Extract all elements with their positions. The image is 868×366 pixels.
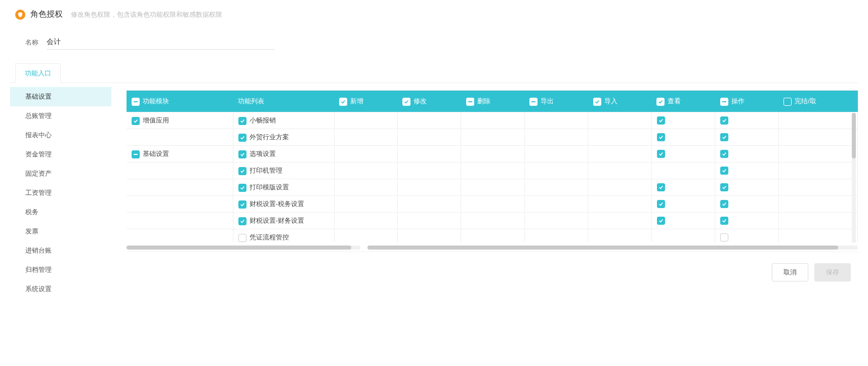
checkbox-checked[interactable] <box>720 200 728 208</box>
checkbox-checked[interactable] <box>238 217 246 225</box>
horizontal-scrollbar-right[interactable] <box>367 246 858 250</box>
checkbox-checked[interactable] <box>657 116 665 125</box>
table-row: 外贸行业方案 <box>127 129 858 146</box>
checkbox-checked[interactable] <box>238 117 246 125</box>
column-header-9[interactable]: 完结/取 <box>778 91 857 112</box>
column-label: 查看 <box>668 97 681 105</box>
column-label: 导出 <box>541 97 554 105</box>
checkbox-empty[interactable] <box>238 234 246 242</box>
feature-label: 外贸行业方案 <box>250 133 289 141</box>
column-header-5[interactable]: 导出 <box>524 91 588 112</box>
checkbox-indeterminate[interactable] <box>466 98 474 106</box>
cancel-button[interactable]: 取消 <box>772 263 808 281</box>
vertical-scrollbar[interactable] <box>852 113 856 242</box>
name-row: 名称 <box>10 25 858 55</box>
column-header-6[interactable]: 导入 <box>588 91 651 112</box>
column-header-2[interactable]: 新增 <box>334 91 397 112</box>
sidebar-item-8[interactable]: 进销台账 <box>10 241 111 260</box>
column-label: 操作 <box>731 97 745 105</box>
sidebar-item-9[interactable]: 归档管理 <box>10 260 111 279</box>
checkbox-checked[interactable] <box>238 150 246 158</box>
table-row: 基础设置选项设置 <box>127 146 858 162</box>
shield-icon <box>15 10 25 20</box>
checkbox-indeterminate[interactable] <box>132 150 140 158</box>
checkbox-checked[interactable] <box>720 116 728 125</box>
checkbox-checked[interactable] <box>339 98 347 106</box>
checkbox-checked[interactable] <box>238 200 246 209</box>
column-header-3[interactable]: 修改 <box>397 91 461 112</box>
name-label: 名称 <box>25 38 38 47</box>
checkbox-indeterminate[interactable] <box>529 98 538 106</box>
sidebar-item-10[interactable]: 系统设置 <box>10 279 111 299</box>
role-name-input[interactable] <box>47 35 274 50</box>
column-header-0[interactable]: 功能模块 <box>127 91 233 112</box>
checkbox-checked[interactable] <box>720 150 728 158</box>
checkbox-checked[interactable] <box>402 98 410 106</box>
checkbox-indeterminate[interactable] <box>132 98 140 106</box>
checkbox-checked[interactable] <box>657 217 665 225</box>
tabs: 功能入口 <box>10 63 858 83</box>
checkbox-indeterminate[interactable] <box>720 98 728 106</box>
checkbox-checked[interactable] <box>657 133 665 141</box>
checkbox-checked[interactable] <box>593 98 601 106</box>
sidebar-item-4[interactable]: 固定资产 <box>10 164 111 183</box>
column-label: 导入 <box>604 97 617 105</box>
checkbox-checked[interactable] <box>238 134 246 142</box>
column-label: 修改 <box>414 97 427 105</box>
checkbox-checked[interactable] <box>132 117 140 125</box>
column-header-4[interactable]: 删除 <box>461 91 524 112</box>
table-row: 打印机管理 <box>127 162 858 179</box>
column-label: 功能列表 <box>238 97 264 105</box>
table-row: 增值应用小畅报销 <box>127 112 858 129</box>
feature-label: 打印机管理 <box>250 167 282 174</box>
checkbox-checked[interactable] <box>657 200 665 208</box>
column-label: 功能模块 <box>143 97 169 105</box>
permissions-table: 功能模块功能列表新增修改删除导出导入查看操作完结/取 增值应用小畅报销外贸行业方… <box>127 91 858 242</box>
sidebar-item-6[interactable]: 税务 <box>10 202 111 222</box>
sidebar-item-3[interactable]: 资金管理 <box>10 145 111 164</box>
page-subtitle: 修改角色权限，包含该角色功能权限和敏感数据权限 <box>71 10 222 19</box>
checkbox-checked[interactable] <box>238 184 246 192</box>
column-header-1[interactable]: 功能列表 <box>233 91 334 112</box>
table-row: 凭证流程管控 <box>127 229 858 243</box>
column-label: 新增 <box>350 97 363 105</box>
column-label: 完结/取 <box>795 97 816 105</box>
checkbox-checked[interactable] <box>720 217 728 225</box>
checkbox-checked[interactable] <box>657 150 665 158</box>
table-row: 打印模版设置 <box>127 179 858 196</box>
page-title: 角色授权 <box>30 9 63 20</box>
sidebar-item-1[interactable]: 总账管理 <box>10 106 111 126</box>
feature-label: 财税设置-税务设置 <box>250 200 304 208</box>
checkbox-empty[interactable] <box>720 233 728 241</box>
checkbox-empty[interactable] <box>783 98 792 106</box>
feature-label: 凭证流程管控 <box>250 233 289 241</box>
page-header: 角色授权 修改角色权限，包含该角色功能权限和敏感数据权限 <box>10 0 858 25</box>
footer-actions: 取消 保存 <box>127 252 858 293</box>
sidebar-item-0[interactable]: 基础设置 <box>10 87 111 106</box>
save-button[interactable]: 保存 <box>814 263 851 281</box>
table-row: 财税设置-财务设置 <box>127 213 858 229</box>
table-row: 财税设置-税务设置 <box>127 196 858 213</box>
checkbox-checked[interactable] <box>720 133 728 141</box>
module-label: 基础设置 <box>143 150 169 157</box>
checkbox-checked[interactable] <box>720 167 728 175</box>
feature-label: 财税设置-财务设置 <box>250 217 304 224</box>
sidebar-item-2[interactable]: 报表中心 <box>10 126 111 145</box>
column-header-8[interactable]: 操作 <box>715 91 778 112</box>
sidebar-item-5[interactable]: 工资管理 <box>10 183 111 202</box>
column-header-7[interactable]: 查看 <box>651 91 715 112</box>
feature-label: 选项设置 <box>250 150 276 157</box>
sidebar-item-7[interactable]: 发票 <box>10 222 111 241</box>
checkbox-checked[interactable] <box>720 183 728 191</box>
sidebar: 基础设置总账管理报表中心资金管理固定资产工资管理税务发票进销台账归档管理系统设置 <box>10 87 111 299</box>
tab-function-entry[interactable]: 功能入口 <box>15 63 61 83</box>
permissions-panel: 功能模块功能列表新增修改删除导出导入查看操作完结/取 增值应用小畅报销外贸行业方… <box>111 87 858 299</box>
feature-label: 小畅报销 <box>250 116 276 124</box>
checkbox-checked[interactable] <box>656 98 665 106</box>
column-label: 删除 <box>477 97 490 105</box>
feature-label: 打印模版设置 <box>250 183 289 191</box>
checkbox-checked[interactable] <box>238 167 246 175</box>
module-label: 增值应用 <box>143 116 169 124</box>
checkbox-checked[interactable] <box>657 183 665 191</box>
horizontal-scrollbar-left[interactable] <box>127 246 360 250</box>
